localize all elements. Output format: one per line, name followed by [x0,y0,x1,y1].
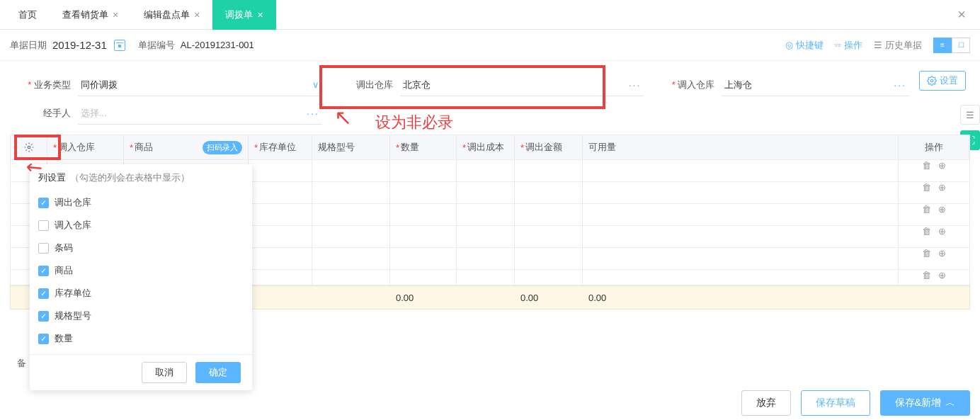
total-qty: 0.00 [390,293,457,303]
close-icon[interactable]: × [257,9,263,21]
annotation-box-gear [14,135,61,160]
total-amount: 0.00 [583,293,612,303]
remark-label: 备 [17,357,26,370]
popover-item[interactable]: ✓调出仓库 [38,191,244,214]
delete-icon[interactable]: 🗑 [922,226,931,247]
grid-header: *调入仓库 *商品扫码录入 *库存单位 规格型号 *数量 *调出成本 *调出金额… [10,135,970,160]
more-icon[interactable]: ··· [894,79,906,91]
checkbox-icon[interactable]: ✓ [38,288,49,299]
biz-type-label: 业务类型 [14,79,78,91]
delete-icon[interactable]: 🗑 [922,182,931,203]
popover-title: 列设置（勾选的列会在表格中显示） [30,164,252,191]
col-avail[interactable]: 可用量 [583,135,899,159]
popover-item[interactable]: ✓数量 [38,327,244,350]
add-icon[interactable]: ⊕ [938,226,946,247]
ops-link[interactable]: ▫▫ 操作 [835,39,862,52]
bottom-bar: 放弃 保存草稿 保存&新增︿ [741,390,970,416]
tab-transfer[interactable]: 调拨单× [212,0,275,30]
biz-type-select[interactable]: 同价调拨 ∨ [78,74,322,96]
close-icon[interactable]: × [194,9,200,21]
checkbox-icon[interactable]: ✓ [38,311,49,322]
scan-badge[interactable]: 扫码录入 [203,141,242,154]
shortcut-link[interactable]: ◎ 快捷键 [785,39,824,52]
add-icon[interactable]: ⊕ [938,160,946,181]
docno-value: AL-20191231-001 [181,40,254,50]
docno-label: 单据编号 [138,39,175,52]
in-wh-select[interactable]: 上海仓 ··· [722,74,909,96]
handler-select[interactable]: 选择... ··· [78,103,322,125]
history-link[interactable]: ☰ 历史单据 [874,39,922,52]
calendar-icon[interactable] [114,40,125,51]
date-value[interactable]: 2019-12-31 [52,39,107,51]
col-ops: 操作 [899,135,969,159]
tab-sales[interactable]: 查看销货单× [50,0,131,30]
popover-item[interactable]: ✓商品 [38,259,244,282]
col-unit[interactable]: *库存单位 [249,135,312,159]
save-draft-button[interactable]: 保存草稿 [801,390,870,416]
popover-item-label: 数量 [55,332,73,345]
chevron-down-icon: ∨ [312,79,319,90]
tabs-bar: 首页 查看销货单× 编辑盘点单× 调拨单× × [0,0,980,30]
annotation-arrow-icon: ↖ [334,105,352,130]
total-cost: 0.00 [515,293,583,303]
col-amount[interactable]: *调出金额 [515,135,583,159]
popover-item[interactable]: 条码 [38,237,244,259]
col-qty[interactable]: *数量 [390,135,457,159]
discard-button[interactable]: 放弃 [741,390,791,416]
popover-item-label: 商品 [55,264,73,277]
note-icon[interactable]: ☰ [960,105,980,125]
toolbar: 单据日期 2019-12-31 单据编号 AL-20191231-001 ◎ 快… [0,30,980,61]
ok-button[interactable]: 确定 [195,362,241,383]
delete-icon[interactable]: 🗑 [922,270,931,285]
date-label: 单据日期 [10,39,47,52]
add-icon[interactable]: ⊕ [938,204,946,225]
checkbox-icon[interactable]: ✓ [38,266,49,276]
gear-icon [927,76,937,86]
add-icon[interactable]: ⊕ [938,248,946,269]
popover-item-label: 条码 [55,242,73,254]
annotation-text: 设为非必录 [375,112,453,133]
popover-list[interactable]: ✓调出仓库调入仓库条码✓商品✓库存单位✓规格型号✓数量单位2 [30,191,252,354]
view-toggle[interactable]: ≡☐ [933,38,970,53]
checkbox-icon[interactable] [38,220,49,231]
popover-item[interactable]: ✓库存单位 [38,282,244,305]
delete-icon[interactable]: 🗑 [922,204,931,225]
add-icon[interactable]: ⊕ [938,182,946,203]
more-icon[interactable]: ··· [629,79,642,91]
popover-item-label: 规格型号 [55,310,91,322]
chevron-up-icon: ︿ [945,397,955,409]
col-cost[interactable]: *调出成本 [457,135,515,159]
svg-point-0 [930,79,933,82]
in-wh-label: 调入仓库 [658,79,722,91]
cancel-button[interactable]: 取消 [142,362,187,383]
popover-item[interactable]: ✓规格型号 [38,305,244,327]
grid-area: ↖ *调入仓库 *商品扫码录入 *库存单位 规格型号 *数量 *调出成本 *调出… [10,135,970,310]
handler-label: 经手人 [14,107,78,120]
col-product[interactable]: *商品扫码录入 [124,135,249,159]
delete-icon[interactable]: 🗑 [922,160,931,181]
column-settings-popover: 列设置（勾选的列会在表格中显示） ✓调出仓库调入仓库条码✓商品✓库存单位✓规格型… [30,164,252,390]
checkbox-icon[interactable]: ✓ [38,198,49,208]
popover-item-label: 调出仓库 [55,196,91,209]
window-close-icon[interactable]: × [949,6,974,23]
add-icon[interactable]: ⊕ [938,270,946,285]
more-icon[interactable]: ··· [307,108,319,119]
checkbox-icon[interactable] [38,243,49,254]
settings-button[interactable]: 设置 [919,71,966,91]
popover-item[interactable]: 调入仓库 [38,214,244,237]
checkbox-icon[interactable]: ✓ [38,334,49,344]
close-icon[interactable]: × [113,9,118,21]
tab-home[interactable]: 首页 [6,0,50,30]
popover-item-label: 库存单位 [55,287,91,300]
popover-item-label: 调入仓库 [55,219,91,232]
delete-icon[interactable]: 🗑 [922,248,931,269]
tab-stocktake[interactable]: 编辑盘点单× [131,0,212,30]
annotation-box-out-wh [319,65,605,109]
col-spec[interactable]: 规格型号 [312,135,390,159]
save-new-button[interactable]: 保存&新增︿ [880,390,970,416]
